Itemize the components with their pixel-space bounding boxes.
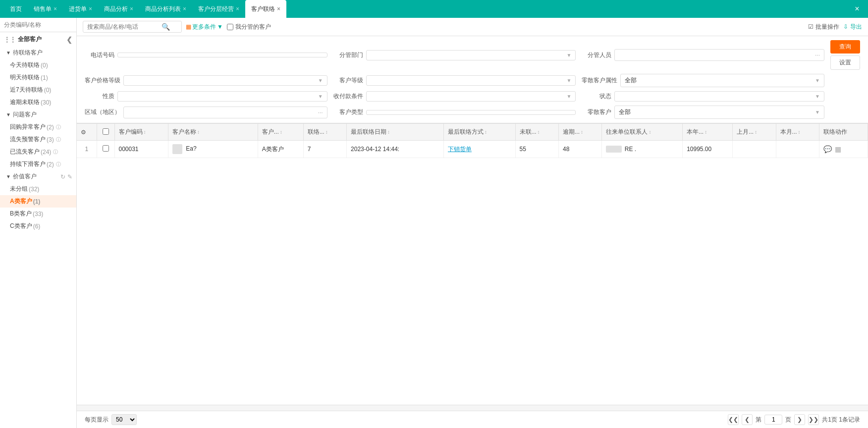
content-area: 🔍 ▦ 更多条件 ▼ 我分管的客户 ☑ 批量操作 ⇩ 导出 [77, 18, 868, 428]
nav-goods-analysis[interactable]: 商品分析 × [98, 0, 139, 18]
filter-search-input[interactable] [87, 23, 162, 30]
horizontal-scrollbar[interactable] [77, 405, 868, 411]
last-way-link[interactable]: 下销货单 [448, 146, 472, 153]
window-close-btn[interactable]: × [850, 2, 864, 16]
edit-icon[interactable]: ✎ [67, 173, 72, 180]
class-c-label: C类客户 [10, 222, 32, 230]
all-customers-label: 全部客户 [18, 35, 42, 44]
value-group-row[interactable]: ▼ 价值客户 ↻ ✎ [0, 170, 76, 183]
th-no-contact[interactable]: 未联... ↕ [515, 124, 558, 141]
next-page-btn[interactable]: ❯ [794, 414, 805, 425]
sidebar-search-input[interactable] [4, 21, 77, 28]
th-name[interactable]: 客户名称 ↕ [168, 124, 258, 141]
refresh-icon[interactable]: ↻ [60, 173, 65, 180]
retail-select[interactable]: 全部 ▼ [614, 106, 824, 119]
chat-icon[interactable]: 💬 [823, 145, 832, 153]
dept-select[interactable]: ▼ [366, 50, 576, 60]
sidebar-item-tomorrow[interactable]: 明天待联络 (1) [0, 71, 76, 84]
sidebar-item-overdue[interactable]: 逾期未联络 (30) [0, 96, 76, 108]
retail-attr-select[interactable]: 全部 ▼ [620, 74, 824, 87]
th-code[interactable]: 客户编码 ↕ [114, 124, 168, 141]
more-conditions-btn[interactable]: ▦ 更多条件 ▼ [186, 23, 223, 31]
nav-purchase[interactable]: 进货单 × [63, 0, 98, 18]
payment-select[interactable]: ▼ [366, 91, 576, 102]
pending-group[interactable]: ▼ 待联络客户 [0, 47, 76, 59]
filter-search-icon[interactable]: 🔍 [162, 23, 170, 31]
price-level-select[interactable]: ▼ [123, 75, 327, 86]
nav-goods-analysis-close[interactable]: × [130, 5, 133, 12]
overdue-count: (30) [41, 99, 51, 106]
sidebar-item-churn-warning[interactable]: 流失预警客户 (3) ⓘ [0, 133, 76, 146]
region-select[interactable]: ··· [123, 107, 327, 118]
page-input[interactable] [764, 415, 782, 425]
select-all-checkbox[interactable] [103, 128, 109, 135]
row-last-way[interactable]: 下销货单 [443, 141, 515, 158]
nav-purchase-close[interactable]: × [89, 5, 92, 12]
row-checkbox[interactable] [103, 145, 109, 152]
main-layout: 🔍 ⋮⋮ 全部客户 ❮ ▼ 待联络客户 今天待联络 (0) 明天待联络 (1) … [0, 18, 868, 428]
nav-customer-contact[interactable]: 客户联络 × [245, 0, 286, 18]
th-last-date[interactable]: 最后联络日期 ↕ [347, 124, 444, 141]
all-customers-header[interactable]: ⋮⋮ 全部客户 ❮ [0, 32, 76, 47]
th-last-month[interactable]: 上月... ↕ [733, 124, 776, 141]
repurchase-count: (2) [47, 124, 54, 131]
row-checkbox-cell[interactable] [97, 141, 114, 158]
last-page-btn[interactable]: ❯❯ [808, 414, 819, 425]
page-suffix: 页 [785, 416, 791, 424]
problem-group[interactable]: ▼ 问题客户 [0, 108, 76, 121]
sidebar-item-class-c[interactable]: C类客户 (6) [0, 220, 76, 232]
sidebar-item-class-a[interactable]: A类客户 (1) [0, 195, 76, 208]
nav-customer-tier[interactable]: 客户分层经营 × [192, 0, 245, 18]
sidebar-item-class-b[interactable]: B类客户 (33) [0, 208, 76, 220]
first-page-btn[interactable]: ❮❮ [728, 414, 739, 425]
th-last-way[interactable]: 最后联络方式 ↕ [443, 124, 515, 141]
settings-button[interactable]: 设置 [830, 55, 860, 70]
th-contact[interactable]: 联络... ↕ [303, 124, 346, 141]
nav-sales-close[interactable]: × [54, 5, 57, 12]
churned-info-icon: ⓘ [53, 149, 58, 156]
nav-sales[interactable]: 销售单 × [28, 0, 63, 18]
per-page-label: 每页显示 [85, 416, 108, 424]
qr-icon[interactable]: ▦ [835, 145, 841, 153]
filter-search-box[interactable]: 🔍 [83, 21, 182, 33]
sidebar-item-repurchase[interactable]: 回购异常客户 (2) ⓘ [0, 121, 76, 133]
filter-group-retail-attr: 零散客户属性 全部 ▼ [582, 74, 824, 87]
th-this-month[interactable]: 本月... ↕ [776, 124, 819, 141]
my-customers-checkbox[interactable]: 我分管的客户 [227, 23, 271, 31]
customer-level-select[interactable]: ▼ [366, 75, 576, 86]
customer-type-input[interactable] [366, 110, 576, 115]
sidebar-item-unclassified[interactable]: 未分组 (32) [0, 183, 76, 195]
status-select[interactable]: ▼ [614, 91, 824, 102]
prev-page-btn[interactable]: ❮ [742, 414, 753, 425]
sidebar-search-box[interactable]: 🔍 [0, 18, 76, 32]
nav-goods-list-close[interactable]: × [183, 5, 186, 12]
my-customers-check[interactable] [227, 24, 233, 30]
sidebar-item-today[interactable]: 今天待联络 (0) [0, 59, 76, 71]
nature-select[interactable]: ▼ [117, 91, 327, 102]
th-checkbox[interactable] [97, 124, 114, 141]
per-page-select[interactable]: 50 100 200 [111, 414, 137, 425]
nav-home[interactable]: 首页 [4, 0, 28, 18]
person-input[interactable]: ··· [614, 49, 824, 61]
th-this-year[interactable]: 本年... ↕ [683, 124, 733, 141]
sidebar-item-7days[interactable]: 近7天待联络 (0) [0, 84, 76, 96]
sidebar-item-declining[interactable]: 持续下滑客户 (2) ⓘ [0, 158, 76, 170]
sidebar-item-churned[interactable]: 已流失客户 (24) ⓘ [0, 146, 76, 158]
phone-input[interactable] [117, 53, 327, 57]
batch-ops-btn[interactable]: ☑ 批量操作 [808, 23, 839, 31]
nav-customer-contact-close[interactable]: × [277, 5, 280, 12]
th-overdue[interactable]: 逾期... ↕ [559, 124, 602, 141]
collapse-icon[interactable]: ❮ [66, 36, 72, 44]
th-type[interactable]: 客户... ↕ [258, 124, 303, 141]
declining-count: (2) [47, 161, 54, 168]
last-way-sort-icon: ↕ [485, 129, 487, 135]
export-btn[interactable]: ⇩ 导出 [843, 23, 862, 31]
th-settings[interactable]: ⚙ [77, 124, 97, 141]
th-unit-contact[interactable]: 往来单位联系人 ↕ [602, 124, 683, 141]
payment-label: 收付款条件 [333, 92, 363, 101]
query-button[interactable]: 查询 [830, 40, 860, 54]
retail-attr-label: 零散客户属性 [582, 76, 617, 85]
nav-goods-list[interactable]: 商品分析列表 × [139, 0, 192, 18]
nav-customer-tier-close[interactable]: × [236, 5, 239, 12]
retail-chevron: ▼ [815, 109, 820, 115]
